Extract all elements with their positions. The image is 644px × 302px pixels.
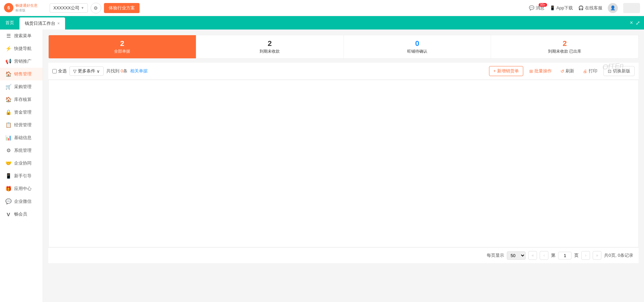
member-icon: V [5,212,11,217]
sidebar-item-member[interactable]: V 畅会员 [0,208,43,221]
select-all-input[interactable] [52,69,57,73]
sidebar-item-inventory-label: 库存核算 [14,97,32,103]
first-page-button[interactable]: « [528,251,537,260]
sidebar-item-wechat[interactable]: 💬 企业微信 [0,195,43,208]
tab-bar: 首页 钱货日清工作台 × × ⤢ [0,16,644,29]
stats-tabs: 2 全部单据 2 到期未收款 0 旺铺待确认 2 到期未收款 已出库 [48,35,639,59]
company-selector[interactable]: XXXXXX公司 ▼ [50,3,88,13]
prev-page-button[interactable]: ‹ [540,251,548,260]
per-page-label: 每页显示 [487,252,504,258]
stat-overdue-label: 到期未收款 [202,49,338,54]
refresh-label: 刷新 [566,68,574,74]
online-service-label: 在线客服 [585,5,602,11]
toolbar: 全选 ▽ 更多条件 ∨ 共找到 0条 相关单据 + 新增销货单 ⊞ 批量操作 ↺… [48,63,639,80]
next-page-button[interactable]: › [581,251,590,260]
print-button[interactable]: 🖨 打印 [580,67,600,75]
sys-mgmt-icon: ⚙ [5,147,11,154]
sidebar-item-finance[interactable]: 🔒 资金管理 [0,106,43,119]
refresh-icon: ↺ [560,69,564,74]
tab-work-bench-label: 钱货日清工作台 [25,20,55,26]
sidebar-item-wechat-label: 企业微信 [14,198,32,204]
stat-all-label: 全部单据 [54,49,191,54]
sidebar-item-app-center-label: 应用中心 [14,186,32,192]
sidebar-item-purchase-label: 采购管理 [14,84,32,90]
tab-expand-icon[interactable]: ⤢ [636,20,640,26]
online-service-icon: 🎧 [578,5,584,10]
select-all-checkbox[interactable]: 全选 [52,68,67,74]
sidebar-item-sales[interactable]: 🏠 销售管理 [0,68,43,80]
add-sale-button[interactable]: + 新增销货单 [489,66,523,76]
print-icon: 🖨 [583,69,587,74]
sidebar-item-guide[interactable]: 📱 新手引导 [0,170,43,182]
sidebar-item-sales-label: 销售管理 [14,71,32,77]
guide-icon: 📱 [5,173,11,179]
filter-label: 更多条件 [78,68,95,74]
stat-tab-shipped[interactable]: 2 到期未收款 已出库 [491,35,638,58]
sidebar-item-app-center[interactable]: 🎁 应用中心 [0,182,43,195]
company-dropdown-arrow: ▼ [81,6,84,10]
sidebar-item-enterprise[interactable]: 🤝 企业协同 [0,157,43,170]
sidebar-item-inventory[interactable]: 🏠 库存核算 [0,93,43,106]
trial-button[interactable]: 体验行业方案 [104,3,140,13]
app-download-icon: 📱 [550,5,555,10]
total-info: 共0页, 0条记录 [604,252,633,258]
found-text: 共找到 0条 [106,68,127,74]
settings-button[interactable]: ⚙ [91,3,101,13]
sidebar-item-marketing[interactable]: 📢 营销推广 [0,55,43,68]
online-service-action[interactable]: 🎧 在线客服 [578,5,602,11]
sidebar-item-basic-info[interactable]: 📊 基础信息 [0,131,43,144]
page-of-label: 页 [574,252,579,258]
stat-tab-overdue[interactable]: 2 到期未收款 [196,35,344,58]
main-content: 2 全部单据 2 到期未收款 0 旺铺待确认 2 到期未收款 已出库 全选 ▽ … [43,29,644,302]
stat-pending-count: 0 [349,39,486,48]
per-page-select[interactable]: 50 10 20 100 [507,251,526,260]
sidebar-item-search-menu[interactable]: ☰ 搜索菜单 [0,29,43,42]
message-action[interactable]: 💬 消息 99+ [529,5,544,11]
app-download-action[interactable]: 📱 App下载 [550,5,573,11]
refresh-button[interactable]: ↺ 刷新 [558,67,577,75]
sidebar-item-quick-nav[interactable]: ⚡ 快捷导航 [0,42,43,55]
tab-home[interactable]: 首页 [0,16,19,29]
message-icon: 💬 [529,5,534,10]
related-link[interactable]: 相关单据 [130,68,148,74]
sidebar-item-quick-nav-label: 快捷导航 [14,46,32,52]
stat-tab-all[interactable]: 2 全部单据 [49,35,196,58]
tab-bar-actions: × ⤢ [630,20,644,26]
sidebar-item-finance-label: 资金管理 [14,109,32,115]
app-download-label: App下载 [556,5,573,11]
batch-operation-button[interactable]: ⊞ 批量操作 [527,67,554,75]
stat-all-count: 2 [54,39,191,48]
top-header: 6 畅捷通好生意 标准版 XXXXXX公司 ▼ ⚙ 体验行业方案 💬 消息 99… [0,0,644,16]
tab-home-label: 首页 [5,20,14,26]
message-badge: 99+ [539,3,547,7]
purchase-icon: 🛒 [5,84,11,90]
sidebar-item-sys-mgmt-label: 系统管理 [14,147,32,154]
last-page-button[interactable]: » [593,251,601,260]
logo-tag: 标准版 [15,8,38,13]
operations-icon: 📋 [5,122,11,128]
avatar[interactable]: 👤 [608,3,618,13]
sidebar-item-guide-label: 新手引导 [14,173,32,179]
stat-tab-pending[interactable]: 0 旺铺待确认 [344,35,491,58]
marketing-icon: 📢 [5,58,11,64]
filter-icon: ▽ [73,69,76,74]
sidebar-item-purchase[interactable]: 🛒 采购管理 [0,80,43,93]
sidebar-item-sys-mgmt[interactable]: ⚙ 系统管理 [0,144,43,157]
logo-name: 畅捷通好生意 [15,3,38,8]
sidebar: ☰ 搜索菜单 ⚡ 快捷导航 📢 营销推广 🏠 销售管理 🛒 采购管理 🏠 库存核… [0,29,43,302]
tab-close-icon[interactable]: × [57,21,60,26]
page-input[interactable] [558,252,572,259]
filter-button[interactable]: ▽ 更多条件 ∨ [69,66,104,76]
wechat-icon: 💬 [5,198,11,204]
sales-icon: 🏠 [5,71,11,77]
tab-close-all-icon[interactable]: × [630,20,633,26]
sidebar-item-operations[interactable]: 📋 经营管理 [0,119,43,131]
basic-info-icon: 📊 [5,135,11,141]
user-menu[interactable] [623,3,640,13]
found-unit: 条 [123,68,127,73]
switch-icon: ⊡ [608,69,611,74]
logo-icon: 6 [4,3,13,12]
app-center-icon: 🎁 [5,186,11,192]
tab-work-bench[interactable]: 钱货日清工作台 × [19,17,65,29]
switch-version-button[interactable]: ⊡ 切换新版 [603,66,635,76]
